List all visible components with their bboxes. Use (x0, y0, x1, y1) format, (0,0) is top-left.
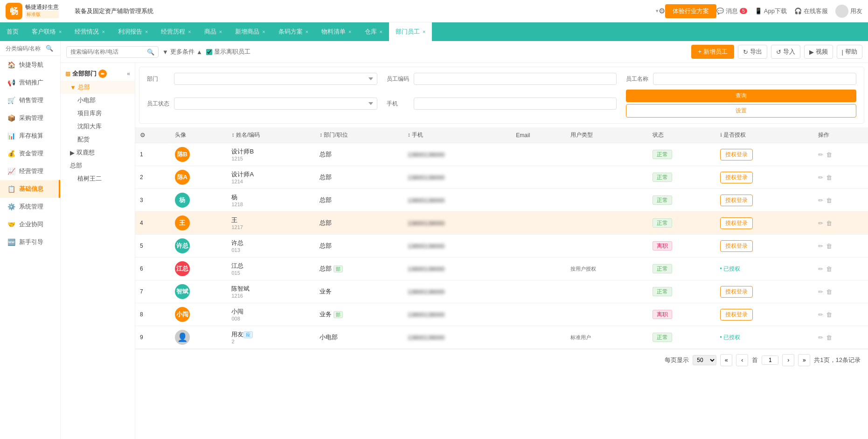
trial-button[interactable]: 体验行业方案 (665, 4, 716, 18)
sidebar-item-system[interactable]: ⚙️ 系统管理 (0, 198, 60, 216)
tab-home[interactable]: 首页 (0, 22, 25, 41)
sidebar-item-basic[interactable]: 📋 基础信息 (0, 180, 60, 198)
auth-button[interactable]: 授权登录 (720, 172, 753, 183)
tab-warehouse[interactable]: 仓库× (358, 22, 389, 41)
sidebar-item-inventory[interactable]: 📊 库存核算 (0, 127, 60, 145)
app-download-button[interactable]: 📱 App下载 (755, 7, 787, 15)
help-button[interactable]: | 帮助 (837, 45, 862, 59)
tab-warehouse-close[interactable]: × (380, 29, 382, 35)
tab-employee-close[interactable]: × (423, 29, 425, 35)
emp-name-input[interactable] (653, 73, 856, 85)
dept-edit-button[interactable]: ✏ (98, 70, 107, 78)
first-page-button[interactable]: « (720, 354, 732, 366)
edit-icon[interactable]: ✏ (818, 174, 823, 181)
delete-icon[interactable]: 🗑 (826, 151, 832, 158)
sidebar-item-guide[interactable]: 🆕 新手引导 (0, 233, 60, 251)
sidebar-item-finance[interactable]: 💰 资金管理 (0, 145, 60, 162)
delete-icon[interactable]: 🗑 (826, 288, 832, 295)
dept-select[interactable] (174, 73, 377, 85)
dept-node-xiangmu[interactable]: 项目库房 (68, 107, 135, 120)
filter-more-button[interactable]: ▼ 更多条件 ▲ (162, 48, 202, 56)
user-area[interactable]: 用友 (835, 5, 862, 18)
set-button[interactable]: 设置 (626, 104, 856, 118)
auth-button[interactable]: 授权登录 (720, 240, 753, 252)
col-phone[interactable]: ↕ 手机 (403, 127, 512, 143)
last-page-button[interactable]: » (798, 354, 810, 366)
auth-button[interactable]: 授权登录 (720, 195, 753, 206)
show-resigned-label[interactable]: 显示离职员工 (206, 48, 250, 56)
sidebar-search-input[interactable] (6, 45, 43, 52)
dept-node-zongbu2[interactable]: 总部 (61, 159, 135, 172)
sidebar-item-quick-nav[interactable]: 🏠 快捷导航 (0, 56, 60, 74)
tab-barcode[interactable]: 条码方案× (272, 22, 315, 41)
delete-icon[interactable]: 🗑 (826, 334, 832, 341)
sidebar-item-marketing[interactable]: 📢 营销推广 (0, 74, 60, 91)
tab-operation-close[interactable]: × (102, 29, 104, 35)
edit-icon[interactable]: ✏ (818, 151, 823, 158)
col-name[interactable]: ↕ 姓名/编码 (227, 127, 315, 143)
tab-bom-close[interactable]: × (348, 29, 351, 35)
dept-node-shenyang[interactable]: 沈阳大库 (68, 120, 135, 133)
edit-icon[interactable]: ✏ (818, 220, 823, 227)
sidebar-item-operation[interactable]: 📈 经营管理 (0, 162, 60, 180)
delete-icon[interactable]: 🗑 (826, 197, 832, 204)
tab-goods[interactable]: 商品× (198, 22, 229, 41)
search-input[interactable] (70, 49, 145, 55)
edit-icon[interactable]: ✏ (818, 288, 823, 295)
edit-icon[interactable]: ✏ (818, 311, 823, 318)
message-button[interactable]: 💬 消息 5 (716, 7, 747, 15)
sidebar-search-icon[interactable]: 🔍 (46, 45, 53, 52)
view-button[interactable]: ▶ 视频 (804, 45, 833, 59)
gear-icon[interactable]: ⚙ (659, 7, 665, 15)
sidebar-item-enterprise[interactable]: 🤝 企业协同 (0, 216, 60, 233)
emp-code-input[interactable] (414, 73, 617, 85)
tab-customer[interactable]: 客户联络× (25, 22, 68, 41)
online-service-button[interactable]: 🎧 在线客服 (794, 7, 828, 15)
tab-addgoods[interactable]: 新增商品× (229, 22, 271, 41)
dept-node-zongbu-root[interactable]: ▼ 总部 (61, 81, 135, 94)
dept-node-xiaodibu[interactable]: 小电部 (68, 94, 135, 107)
sidebar-item-purchase[interactable]: 📦 采购管理 (0, 109, 60, 127)
search-button[interactable]: 查询 (626, 90, 856, 102)
tab-profit-close[interactable]: × (145, 29, 148, 35)
sidebar-item-sales[interactable]: 🛒 销售管理 (0, 91, 60, 109)
tab-history-close[interactable]: × (188, 29, 191, 35)
show-resigned-checkbox[interactable] (206, 49, 212, 55)
auth-button[interactable]: 授权登录 (720, 309, 753, 321)
search-icon[interactable]: 🔍 (147, 49, 154, 56)
delete-icon[interactable]: 🗑 (826, 265, 832, 272)
tab-employee[interactable]: 部门员工× (389, 22, 432, 41)
edit-icon[interactable]: ✏ (818, 197, 823, 204)
tab-bom[interactable]: 物料清单× (315, 22, 358, 41)
tab-profit[interactable]: 利润报告× (111, 22, 154, 41)
page-number-input[interactable] (762, 355, 778, 365)
phone-input[interactable] (414, 98, 617, 110)
tab-customer-close[interactable]: × (59, 29, 62, 35)
dept-node-peihuo[interactable]: 配货 (68, 133, 135, 146)
auth-button[interactable]: 授权登录 (720, 149, 753, 160)
edit-icon[interactable]: ✏ (818, 243, 823, 250)
dept-collapse-button[interactable]: « (127, 70, 130, 77)
auth-button[interactable]: 授权登录 (720, 217, 753, 229)
delete-icon[interactable]: 🗑 (826, 243, 832, 250)
next-page-button[interactable]: › (782, 354, 794, 366)
tab-history[interactable]: 经营历程× (154, 22, 197, 41)
delete-icon[interactable]: 🗑 (826, 174, 832, 181)
edit-icon[interactable]: ✏ (818, 334, 823, 341)
col-settings[interactable]: ⚙ (135, 127, 170, 143)
import-button[interactable]: ↺ 导入 (771, 45, 800, 59)
auth-button[interactable]: 授权登录 (720, 286, 753, 298)
export-button[interactable]: ↻ 导出 (738, 45, 767, 59)
delete-icon[interactable]: 🗑 (826, 220, 832, 227)
dept-node-zhishu[interactable]: 植树王二 (68, 172, 135, 185)
edit-icon[interactable]: ✏ (818, 265, 823, 272)
prev-page-button[interactable]: ‹ (736, 354, 748, 366)
tab-barcode-close[interactable]: × (306, 29, 308, 35)
tab-operation[interactable]: 经营情况× (68, 22, 111, 41)
col-dept[interactable]: ↕ 部门/职位 (315, 127, 403, 143)
delete-icon[interactable]: 🗑 (826, 311, 832, 318)
tab-goods-close[interactable]: × (219, 29, 222, 35)
per-page-select[interactable]: 50 100 (693, 355, 716, 365)
add-employee-button[interactable]: + 新增员工 (691, 45, 734, 59)
status-select[interactable] (174, 98, 377, 110)
